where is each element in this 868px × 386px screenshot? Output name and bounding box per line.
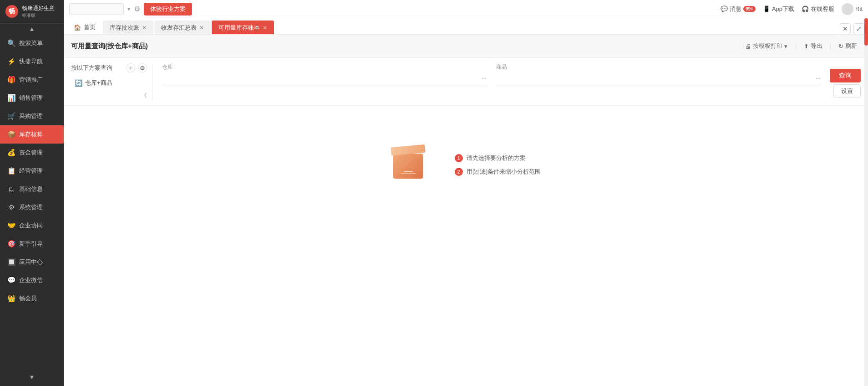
- sidebar-item-marketing[interactable]: 🎁 营销推广: [0, 71, 64, 89]
- export-button[interactable]: ⬆ 导出: [800, 40, 826, 52]
- scheme-label: 仓库+商品: [85, 79, 112, 87]
- online-service-button[interactable]: 🎧 在线客服: [802, 5, 834, 13]
- online-service-label: 在线客服: [811, 5, 834, 13]
- user-info[interactable]: Rit: [842, 3, 863, 15]
- operations-icon: 📋: [7, 167, 15, 175]
- sidebar-item-label: 快捷导航: [19, 57, 43, 66]
- sidebar-item-label: 畅会员: [19, 294, 37, 303]
- enterprise-icon: 🤝: [7, 221, 15, 230]
- scheme-icon: 🔄: [75, 79, 82, 87]
- filter-scheme-label: 按以下方案查询: [71, 64, 112, 72]
- warehouse-input-row: ···: [162, 73, 487, 85]
- main-content: ▾ ⚙ 体验行业方案 💬 消息 99+ 📱 App下载 🎧 在线客服 Rit: [64, 0, 868, 386]
- shortcut-icon: ⚡: [7, 57, 15, 66]
- app-download-icon: 📱: [763, 5, 770, 12]
- avatar: [842, 3, 853, 15]
- box-illustration: [391, 142, 427, 179]
- filter-add-btn[interactable]: ＋: [126, 63, 135, 72]
- empty-state-text: 1 请先选择要分析的方案 2 用[过滤]条件来缩小分析范围: [455, 154, 541, 176]
- sidebar-item-newbie[interactable]: 🎯 新手引导: [0, 235, 64, 253]
- topbar-dropdown-icon[interactable]: ▾: [127, 6, 130, 12]
- filter-collapse-btn[interactable]: 《: [71, 92, 147, 100]
- empty-step-2: 2 用[过滤]条件来缩小分析范围: [455, 168, 541, 176]
- sidebar-item-system[interactable]: ⚙ 系统管理: [0, 198, 64, 216]
- page-header: 可用量查询(按仓库+商品) 🖨 按模板打印 ▾ | ⬆ 导出 | ↻ 刷新: [64, 35, 868, 58]
- sidebar-item-enterprise[interactable]: 🤝 企业协同: [0, 216, 64, 235]
- sidebar-item-label: 搜索菜单: [19, 39, 43, 47]
- tab-available-close[interactable]: ✕: [263, 25, 267, 31]
- sidebar-item-label: 企业协同: [19, 221, 43, 230]
- trial-button[interactable]: 体验行业方案: [144, 3, 192, 15]
- warehouse-value[interactable]: [162, 73, 480, 83]
- message-button[interactable]: 💬 消息 99+: [721, 5, 756, 13]
- export-icon: ⬆: [804, 43, 809, 50]
- sidebar-item-label: 企业微信: [19, 276, 43, 284]
- member-icon: 👑: [7, 294, 15, 303]
- filter-left-actions: ＋ ⚙: [126, 63, 147, 72]
- inventory-icon: 📦: [7, 130, 15, 139]
- sidebar-item-weixin[interactable]: 💬 企业微信: [0, 271, 64, 289]
- sales-icon: 📊: [7, 94, 15, 102]
- warehouse-more-btn[interactable]: ···: [482, 74, 487, 82]
- tabs-bar: 🏠 首页 库存批次账 ✕ 收发存汇总表 ✕ 可用量库存账本 ✕ ✕ ⤢: [64, 18, 868, 35]
- empty-state-content: 1 请先选择要分析的方案 2 用[过滤]条件来缩小分析范围: [391, 142, 541, 188]
- sidebar-item-label: 库存核算: [19, 130, 43, 139]
- message-icon: 💬: [721, 5, 728, 12]
- tabs-close-button[interactable]: ✕: [840, 23, 851, 34]
- weixin-icon: 💬: [7, 276, 15, 284]
- refresh-icon: ↻: [838, 43, 843, 50]
- sidebar-item-label: 营销推广: [19, 76, 43, 84]
- sidebar-item-sales[interactable]: 📊 销售管理: [0, 89, 64, 107]
- sidebar-item-member[interactable]: 👑 畅会员: [0, 289, 64, 308]
- page-actions: 🖨 按模板打印 ▾ | ⬆ 导出 | ↻ 刷新: [741, 40, 861, 52]
- filter-scheme-header: 按以下方案查询 ＋ ⚙: [71, 63, 147, 72]
- sidebar-item-finance[interactable]: 💰 资金管理: [0, 144, 64, 162]
- sidebar-item-inventory[interactable]: 📦 库存核算: [0, 125, 64, 144]
- tabs-expand-button[interactable]: ⤢: [853, 23, 864, 34]
- sidebar-menu: 🔍 搜索菜单 ⚡ 快捷导航 🎁 营销推广 📊 销售管理 🛒 采购管理 📦 库存核…: [0, 34, 64, 368]
- sidebar-item-appcenter[interactable]: 🔲 应用中心: [0, 253, 64, 271]
- tab-available[interactable]: 可用量库存账本 ✕: [212, 21, 274, 34]
- sidebar-item-label: 新手引导: [19, 240, 43, 248]
- sidebar-item-basic[interactable]: 🗂 基础信息: [0, 180, 64, 198]
- app-download-button[interactable]: 📱 App下载: [763, 5, 794, 13]
- sidebar-logo: 畅 畅康通好生意 标准版: [0, 0, 64, 24]
- search-icon: 🔍: [7, 39, 15, 47]
- product-more-btn[interactable]: ···: [815, 74, 821, 82]
- tab-batch[interactable]: 库存批次账 ✕: [103, 21, 153, 34]
- right-scrollbar[interactable]: [864, 18, 868, 386]
- query-button[interactable]: 查询: [830, 69, 861, 82]
- sidebar-item-shortcut[interactable]: ⚡ 快捷导航: [0, 52, 64, 71]
- topbar-search-input[interactable]: [69, 3, 124, 15]
- sidebar: 畅 畅康通好生意 标准版 ▲ 🔍 搜索菜单 ⚡ 快捷导航 🎁 营销推广 📊 销售…: [0, 0, 64, 386]
- sidebar-item-purchase[interactable]: 🛒 采购管理: [0, 107, 64, 125]
- tabs-actions: ✕ ⤢: [840, 23, 864, 34]
- tab-summary-close[interactable]: ✕: [199, 25, 204, 31]
- tab-home-label: 首页: [84, 23, 96, 31]
- print-dropdown-icon: ▾: [784, 43, 787, 50]
- sidebar-item-label: 采购管理: [19, 112, 43, 120]
- filter-scheme-item[interactable]: 🔄 仓库+商品: [71, 76, 147, 90]
- tab-batch-close[interactable]: ✕: [142, 25, 147, 31]
- topbar-settings-icon[interactable]: ⚙: [134, 5, 140, 13]
- sidebar-scroll-down[interactable]: ▼: [0, 372, 64, 382]
- topbar-right: 💬 消息 99+ 📱 App下载 🎧 在线客服 Rit: [721, 3, 863, 15]
- product-value[interactable]: [496, 73, 814, 83]
- sidebar-item-label: 基础信息: [19, 185, 43, 193]
- tab-batch-label: 库存批次账: [110, 24, 139, 32]
- empty-state-image: [391, 142, 437, 188]
- print-button[interactable]: 🖨 按模板打印 ▾: [741, 40, 791, 52]
- sidebar-scroll-up[interactable]: ▲: [0, 24, 64, 34]
- tab-summary[interactable]: 收发存汇总表 ✕: [154, 21, 211, 34]
- tab-available-label: 可用量库存账本: [218, 24, 260, 32]
- marketing-icon: 🎁: [7, 76, 15, 84]
- sidebar-item-label: 系统管理: [19, 203, 43, 211]
- tab-home[interactable]: 🏠 首页: [67, 21, 102, 34]
- filter-warehouse-field: 仓库 ···: [162, 63, 487, 85]
- filter-settings-scheme-btn[interactable]: ⚙: [138, 63, 147, 72]
- sidebar-item-search[interactable]: 🔍 搜索菜单: [0, 34, 64, 52]
- settings-button[interactable]: 设置: [833, 84, 861, 98]
- sidebar-item-operations[interactable]: 📋 经营管理: [0, 162, 64, 180]
- refresh-button[interactable]: ↻ 刷新: [835, 40, 861, 52]
- home-icon: 🏠: [74, 24, 81, 31]
